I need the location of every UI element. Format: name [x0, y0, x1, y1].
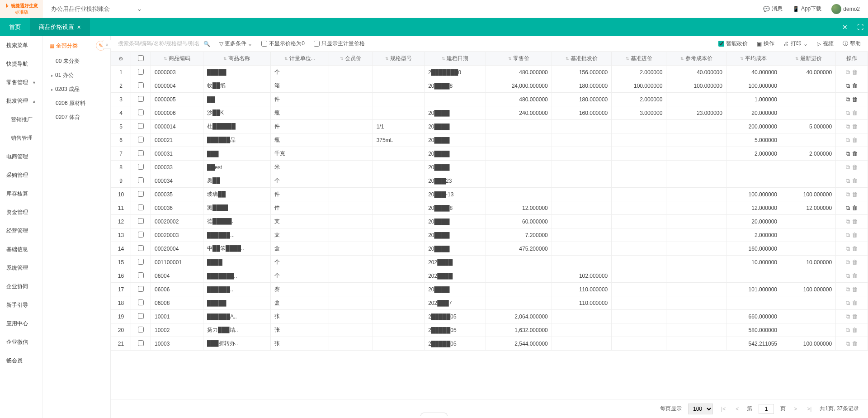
delete-row-button[interactable]: 🗑 — [852, 327, 858, 333]
nav-item[interactable]: 销售管理 — [0, 129, 42, 147]
delete-row-button[interactable]: 🗑 — [852, 109, 858, 116]
nav-item[interactable]: 快捷导航 — [0, 55, 42, 73]
sort-icon[interactable]: ⇅ — [795, 57, 799, 61]
category-item[interactable]: 00 未分类 — [43, 54, 110, 68]
table-row[interactable]: 1806008█████盒202███7110.000000⧉🗑 — [111, 296, 868, 310]
first-page-button[interactable]: |< — [719, 406, 727, 412]
only-unit-checkbox-input[interactable] — [314, 41, 320, 47]
copy-row-button[interactable]: ⧉ — [846, 232, 850, 238]
copy-row-button[interactable]: ⧉ — [846, 286, 850, 293]
nav-item[interactable]: 系统管理 — [0, 259, 42, 277]
user-menu[interactable]: demo2 — [831, 4, 860, 14]
row-checkbox[interactable] — [138, 150, 144, 156]
row-checkbox[interactable] — [138, 69, 144, 75]
row-checkbox[interactable] — [138, 137, 144, 142]
table-row[interactable]: 30000005██件480.000000180.0000002.0000001… — [111, 93, 868, 106]
delete-row-button[interactable]: 🗑 — [852, 299, 858, 306]
nav-item[interactable]: 新手引导 — [0, 296, 42, 314]
table-row[interactable]: 9000034奥██个20███23⧉🗑 — [111, 174, 868, 188]
search-input[interactable]: 搜索条码/编码/名称/规格型号/别名 🔍 — [118, 40, 210, 48]
sort-icon[interactable]: ⇅ — [223, 57, 227, 61]
column-header[interactable]: ⇅商品编码 — [151, 52, 203, 66]
copy-row-button[interactable]: ⧉ — [846, 313, 850, 320]
column-header[interactable]: ⇅商品名称 — [203, 52, 271, 66]
copy-row-button[interactable]: ⧉ — [846, 82, 850, 89]
nav-item[interactable]: 搜索菜单 — [0, 36, 42, 55]
row-checkbox[interactable] — [138, 191, 144, 197]
column-header[interactable]: ⇅参考成本价 — [666, 52, 726, 66]
select-all-checkbox[interactable] — [138, 55, 144, 61]
nav-item[interactable]: 营销推广 — [0, 110, 42, 129]
nav-item[interactable]: 经营管理 — [0, 222, 42, 240]
help-button[interactable]: ⓘ 帮助 — [843, 40, 861, 48]
sort-icon[interactable]: ⇅ — [566, 57, 569, 61]
delete-row-button[interactable]: 🗑 — [852, 69, 858, 76]
table-row[interactable]: 15001100001████个202████10.00000010.00000… — [111, 256, 868, 269]
copy-row-button[interactable]: ⧉ — [846, 327, 850, 333]
copy-row-button[interactable]: ⧉ — [846, 299, 850, 306]
bottom-drawer-handle[interactable] — [420, 413, 448, 416]
table-row[interactable]: 1400020004中██笨████..盒20████475.200000160… — [111, 242, 868, 256]
column-header[interactable]: ⇅计量单位... — [270, 52, 329, 66]
nav-item[interactable]: 零售管理▼ — [0, 73, 42, 92]
row-checkbox[interactable] — [138, 245, 144, 251]
table-row[interactable]: 1200020002德█████.支20████60.00000020.0000… — [111, 215, 868, 228]
row-checkbox[interactable] — [138, 82, 144, 88]
category-item[interactable]: 0206 原材料 — [43, 96, 110, 110]
tab-home[interactable]: 首页 — [0, 18, 30, 36]
delete-row-button[interactable]: 🗑 — [852, 164, 858, 171]
row-checkbox[interactable] — [138, 123, 144, 129]
nav-item[interactable]: 应用中心 — [0, 314, 42, 333]
smart-edit-checkbox[interactable]: 智能改价 — [718, 40, 748, 48]
gear-icon[interactable]: ⚙ — [118, 56, 123, 62]
delete-row-button[interactable]: 🗑 — [852, 123, 858, 130]
delete-row-button[interactable]: 🗑 — [852, 272, 858, 279]
column-header[interactable]: 操作 — [836, 52, 868, 66]
delete-row-button[interactable]: 🗑 — [852, 286, 858, 293]
nav-item[interactable]: 畅会员 — [0, 352, 42, 370]
row-checkbox[interactable] — [138, 327, 144, 332]
copy-row-button[interactable]: ⧉ — [846, 340, 850, 347]
table-row[interactable]: 1910001██████A..张2█████052,064.000000660… — [111, 310, 868, 323]
copy-row-button[interactable]: ⧉ — [846, 96, 850, 103]
row-checkbox[interactable] — [138, 286, 144, 292]
category-item[interactable]: 01 办公 — [43, 68, 110, 82]
nav-item[interactable]: 基础信息 — [0, 240, 42, 259]
account-select[interactable]: 办公用品行业模拟账套 ⌄ — [51, 5, 142, 13]
nav-item[interactable]: 批发管理▲ — [0, 92, 42, 110]
more-filters-button[interactable]: ▽ 更多条件 ⌄ — [219, 40, 252, 48]
nav-item[interactable]: 电商管理 — [0, 147, 42, 166]
delete-row-button[interactable]: 🗑 — [852, 204, 858, 211]
table-row[interactable]: 2010002扬力███结..张2█████051,632.000000580.… — [111, 323, 868, 337]
table-row[interactable]: 10000035玻璃██件20███-13100.000000100.00000… — [111, 188, 868, 201]
copy-row-button[interactable]: ⧉ — [846, 69, 850, 76]
nav-item[interactable]: 企业微信 — [0, 333, 42, 352]
copy-row-button[interactable]: ⧉ — [846, 123, 850, 130]
only-main-unit-checkbox[interactable]: 只显示主计量价格 — [314, 40, 365, 48]
copy-row-button[interactable]: ⧉ — [846, 137, 850, 143]
copy-row-button[interactable]: ⧉ — [846, 191, 850, 198]
copy-row-button[interactable]: ⧉ — [846, 164, 850, 171]
delete-row-button[interactable]: 🗑 — [852, 340, 858, 347]
row-checkbox[interactable] — [138, 232, 144, 238]
app-download-button[interactable]: 📱 App下载 — [793, 5, 821, 13]
video-button[interactable]: ▷ 视频 — [817, 40, 834, 48]
row-checkbox[interactable] — [138, 109, 144, 115]
sort-icon[interactable]: ⇅ — [740, 57, 744, 61]
sort-icon[interactable]: ⇅ — [626, 57, 629, 61]
collapse-panel-button[interactable]: « — [103, 40, 111, 49]
category-item[interactable]: 0207 体育 — [43, 110, 110, 124]
sort-icon[interactable]: ⇅ — [385, 57, 389, 61]
table-row[interactable]: 10000003█████个2███████0480.000000156.000… — [111, 66, 868, 79]
table-row[interactable]: 1606004███████..个202████102.000000⧉🗑 — [111, 269, 868, 283]
delete-row-button[interactable]: 🗑 — [852, 82, 858, 89]
delete-row-button[interactable]: 🗑 — [852, 313, 858, 320]
delete-row-button[interactable]: 🗑 — [852, 232, 858, 238]
table-row[interactable]: 6000021██████品瓶375mL20████5.000000⧉🗑 — [111, 133, 868, 147]
sort-icon[interactable]: ⇅ — [680, 57, 684, 61]
delete-row-button[interactable]: 🗑 — [852, 218, 858, 225]
hide-zero-checkbox-input[interactable] — [261, 41, 267, 47]
sort-icon[interactable]: ⇅ — [508, 57, 512, 61]
table-row[interactable]: 20000004收██纸箱20████824,000.000000180.000… — [111, 79, 868, 93]
row-checkbox[interactable] — [138, 164, 144, 170]
